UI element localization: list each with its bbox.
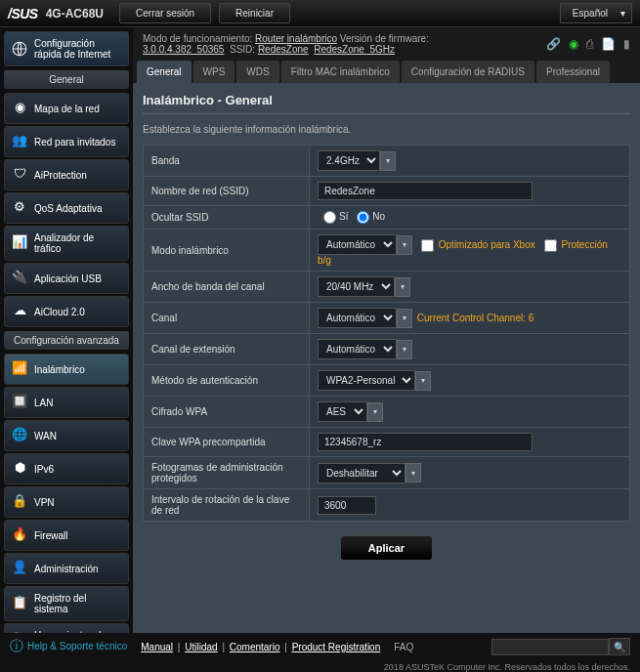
reboot-button[interactable]: Reiniciar — [219, 3, 290, 23]
sidebar-label: AiCloud 2.0 — [34, 307, 85, 317]
faq-link[interactable]: FAQ — [394, 642, 413, 652]
menu-icon: 👥 — [11, 133, 28, 150]
sidebar-quick-setup[interactable]: Configuración rápida de Internet — [4, 31, 129, 66]
footer-link-3[interactable]: Product Registration — [292, 642, 381, 652]
sidebar-adv-5[interactable]: 🔥Firewall — [4, 520, 129, 551]
band-select[interactable]: 2.4GHz — [318, 150, 380, 171]
page-title: Inalámbrico - General — [143, 93, 630, 114]
sidebar-section-general: General — [4, 70, 129, 89]
tab-4[interactable]: Configuración de RADIUS — [402, 61, 534, 83]
wpa-select[interactable]: AES — [318, 401, 367, 422]
help-label[interactable]: Help & Soporte técnico — [27, 642, 127, 651]
hide-yes-radio[interactable] — [323, 211, 336, 224]
menu-icon: 🔒 — [11, 493, 28, 511]
psk-input[interactable] — [318, 433, 533, 451]
menu-icon: ◉ — [11, 100, 28, 117]
menu-icon: 🌐 — [11, 427, 28, 444]
sidebar-item-2[interactable]: 🛡AiProtection — [4, 159, 129, 190]
sidebar-adv-2[interactable]: 🌐WAN — [4, 420, 129, 451]
sidebar-label: Firewall — [34, 530, 67, 541]
footer: ⓘ Help & Soporte técnico Manual | Utilid… — [0, 633, 640, 660]
tab-2[interactable]: WDS — [236, 61, 278, 83]
sidebar-item-5[interactable]: 🔌Aplicación USB — [4, 263, 129, 294]
menu-icon: 🔲 — [11, 394, 28, 411]
dropdown-icon[interactable]: ▾ — [415, 371, 431, 391]
bg-checkbox[interactable] — [544, 239, 557, 252]
menu-icon: 👤 — [11, 560, 28, 577]
logout-button[interactable]: Cerrar sesión — [119, 3, 211, 23]
signal-icon[interactable]: ▮ — [623, 37, 630, 51]
doc-icon[interactable]: 📄 — [601, 37, 616, 51]
dropdown-icon[interactable]: ▾ — [397, 309, 412, 328]
tab-0[interactable]: General — [137, 61, 192, 83]
sidebar-adv-3[interactable]: ⬢IPv6 — [4, 453, 129, 484]
sidebar-section-advanced: Configuración avanzada — [4, 331, 129, 350]
mode-select[interactable]: Automático — [318, 234, 397, 255]
dropdown-icon[interactable]: ▾ — [397, 340, 412, 359]
xbox-checkbox[interactable] — [421, 239, 434, 252]
tab-5[interactable]: Professional — [536, 61, 610, 83]
page-description: Establezca la siguiente información inal… — [143, 124, 630, 135]
ssid1-link[interactable]: RedesZone — [258, 44, 309, 55]
op-mode-link[interactable]: Router inalámbrico — [255, 33, 337, 44]
sidebar-label: Mapa de la red — [34, 104, 100, 114]
copyright: 2018 ASUSTeK Computer Inc. Reservados to… — [0, 660, 640, 672]
bandwidth-select[interactable]: 20/40 MHz — [318, 276, 395, 297]
footer-link-0[interactable]: Manual — [141, 642, 173, 652]
sidebar-label: VPN — [34, 497, 55, 508]
rotation-input[interactable] — [318, 496, 376, 515]
channel-select[interactable]: Automático — [318, 308, 397, 328]
channel-note: Current Control Channel: 6 — [417, 313, 534, 323]
hide-no-radio[interactable] — [357, 211, 369, 224]
sidebar-label: Red para invitados — [34, 137, 115, 147]
sidebar-label: AiProtection — [34, 170, 87, 181]
tabs: GeneralWPSWDSFiltro MAC inalámbricoConfi… — [133, 61, 640, 83]
ssid2-link[interactable]: RedesZone_5GHz — [314, 44, 395, 55]
link-icon[interactable]: 🔗 — [546, 37, 561, 51]
tab-1[interactable]: WPS — [193, 61, 235, 83]
usb-icon[interactable]: ⎙ — [586, 37, 593, 51]
search-input[interactable] — [491, 639, 609, 655]
sidebar-label: IPv6 — [34, 464, 54, 475]
language-select[interactable]: Español — [560, 3, 632, 23]
auth-select[interactable]: WPA2-Personal — [318, 370, 415, 391]
dropdown-icon[interactable]: ▾ — [380, 151, 396, 171]
sidebar-item-3[interactable]: ⚙QoS Adaptativa — [4, 192, 129, 224]
pmf-select[interactable]: Deshabilitar — [318, 463, 405, 483]
menu-icon: 📋 — [11, 595, 28, 612]
help-icon[interactable]: ⓘ — [10, 638, 23, 655]
sidebar-item-4[interactable]: 📊Analizador de tráfico — [4, 226, 129, 261]
sidebar-adv-1[interactable]: 🔲LAN — [4, 387, 129, 418]
ext-channel-select[interactable]: Automático — [318, 339, 397, 359]
apply-button[interactable]: Aplicar — [340, 535, 433, 561]
sidebar-item-0[interactable]: ◉Mapa de la red — [4, 93, 129, 124]
sidebar-adv-7[interactable]: 📋Registro del sistema — [4, 586, 129, 621]
sidebar-adv-6[interactable]: 👤Administración — [4, 553, 129, 584]
info-bar: Modo de funcionamiento: Router inalámbri… — [133, 27, 640, 61]
sidebar-item-6[interactable]: ☁AiCloud 2.0 — [4, 296, 129, 327]
menu-icon: 🔥 — [11, 526, 28, 544]
network-icon[interactable]: ◉ — [569, 37, 578, 51]
sidebar-label: LAN — [34, 398, 53, 408]
dropdown-icon[interactable]: ▾ — [405, 463, 421, 483]
sidebar-item-1[interactable]: 👥Red para invitados — [4, 126, 129, 157]
search-button[interactable]: 🔍 — [609, 638, 630, 655]
globe-icon — [11, 40, 28, 58]
sidebar-label: QoS Adaptativa — [34, 203, 103, 214]
sidebar-adv-8[interactable]: 🔧Herramientas de red — [4, 623, 129, 633]
sidebar-label: Analizador de tráfico — [34, 232, 122, 254]
menu-icon: 📶 — [11, 360, 28, 378]
footer-link-2[interactable]: Comentario — [230, 642, 280, 652]
status-icons: 🔗 ◉ ⎙ 📄 ▮ — [546, 33, 630, 55]
menu-icon: ☁ — [11, 303, 28, 320]
footer-link-1[interactable]: Utilidad — [185, 642, 217, 652]
dropdown-icon[interactable]: ▾ — [397, 235, 412, 255]
dropdown-icon[interactable]: ▾ — [395, 277, 410, 297]
firmware-link[interactable]: 3.0.0.4.382_50365 — [143, 44, 224, 55]
sidebar: Configuración rápida de Internet General… — [0, 27, 133, 633]
dropdown-icon[interactable]: ▾ — [367, 402, 383, 422]
sidebar-adv-4[interactable]: 🔒VPN — [4, 486, 129, 518]
tab-3[interactable]: Filtro MAC inalámbrico — [281, 61, 400, 83]
sidebar-adv-0[interactable]: 📶Inalámbrico — [4, 354, 129, 385]
ssid-input[interactable] — [318, 182, 533, 200]
